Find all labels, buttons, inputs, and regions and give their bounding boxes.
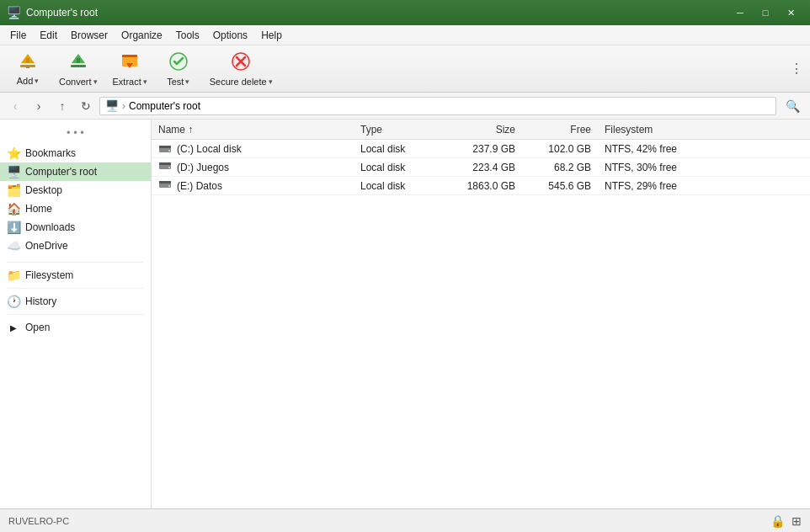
col-filesystem[interactable]: Filesystem	[598, 122, 716, 137]
test-label: Test ▾	[167, 77, 189, 87]
history-icon: 🕐	[7, 295, 20, 308]
filelist: Name ↑ Type Size Free Filesystem (C:) Lo…	[152, 120, 810, 508]
col-name[interactable]: Name ↑	[152, 122, 354, 137]
convert-button[interactable]: Convert ▾	[52, 49, 104, 89]
menu-file[interactable]: File	[3, 28, 33, 43]
add-caret: ▾	[35, 77, 39, 85]
nav-back-button[interactable]: ‹	[5, 96, 25, 116]
nav-forward-button[interactable]: ›	[29, 96, 49, 116]
col-free[interactable]: Free	[522, 122, 598, 137]
sidebar-item-computer-root[interactable]: 🖥️ Computer's root	[0, 162, 151, 181]
svg-rect-21	[159, 181, 171, 184]
svg-point-19	[168, 167, 170, 168]
menu-options[interactable]: Options	[206, 28, 254, 43]
test-button[interactable]: Test ▾	[156, 49, 201, 89]
bookmarks-section: ⭐ Bookmarks 🖥️ Computer's root 🗂️ Deskto…	[0, 141, 151, 258]
toolbar: Add ▾ Convert ▾ Extract ▾	[0, 45, 810, 93]
onedrive-icon: ☁️	[7, 239, 20, 253]
grid-view-icon[interactable]: ⊞	[791, 514, 802, 528]
svg-rect-6	[71, 65, 86, 67]
menu-tools[interactable]: Tools	[169, 28, 206, 43]
file-fs: NTFS, 42% free	[598, 141, 716, 157]
status-right-area: 🔒 ⊞	[770, 514, 802, 528]
drive-icon	[158, 142, 172, 156]
test-caret: ▾	[185, 77, 189, 86]
sidebar-separator-1	[7, 262, 144, 263]
file-free: 68.2 GB	[522, 160, 598, 175]
svg-rect-8	[122, 55, 137, 57]
file-free: 102.0 GB	[522, 141, 598, 157]
convert-label: Convert ▾	[59, 77, 98, 87]
secure-delete-button[interactable]: Secure delete ▾	[203, 49, 280, 89]
extract-caret: ▾	[143, 77, 147, 86]
menu-edit[interactable]: Edit	[33, 28, 64, 43]
sidebar-item-filesystem[interactable]: 📁 Filesystem	[0, 266, 151, 285]
addressbar: ‹ › ↑ ↻ 🖥️ › Computer's root 🔍	[0, 93, 810, 120]
bookmarks-icon: ⭐	[7, 146, 20, 160]
file-size: 223.4 GB	[438, 160, 522, 175]
main-area: • • • ⭐ Bookmarks 🖥️ Computer's root 🗂️ …	[0, 120, 810, 508]
file-fs: NTFS, 29% free	[598, 178, 716, 194]
toolbar-more-button[interactable]: ⋮	[788, 49, 805, 89]
add-icon	[18, 51, 38, 74]
file-name: (C:) Local disk	[152, 141, 354, 157]
extract-button[interactable]: Extract ▾	[106, 49, 154, 89]
sidebar-item-onedrive[interactable]: ☁️ OneDrive	[0, 237, 151, 255]
file-size: 1863.0 GB	[438, 178, 522, 194]
menu-help[interactable]: Help	[254, 28, 289, 43]
status-computer-name: RUVELRO-PC	[8, 516, 69, 526]
sidebar-item-home[interactable]: 🏠 Home	[0, 200, 151, 218]
drive-icon	[158, 159, 172, 175]
convert-icon	[68, 51, 88, 75]
desktop-icon: 🗂️	[7, 184, 20, 197]
home-icon: 🏠	[7, 202, 20, 215]
svg-rect-3	[26, 66, 29, 68]
sidebar: • • • ⭐ Bookmarks 🖥️ Computer's root 🗂️ …	[0, 120, 152, 508]
maximize-button[interactable]: □	[753, 0, 778, 25]
drive-icon	[158, 178, 172, 194]
file-fs: NTFS, 30% free	[598, 160, 716, 175]
file-free: 545.6 GB	[522, 178, 598, 194]
svg-point-22	[168, 185, 170, 187]
nav-refresh-button[interactable]: ↻	[76, 96, 96, 116]
close-button[interactable]: ✕	[778, 0, 803, 25]
title-icon: 🖥️	[7, 6, 21, 19]
titlebar: 🖥️ Computer's root ─ □ ✕	[0, 0, 810, 25]
sidebar-separator-2	[7, 288, 144, 289]
menubar: File Edit Browser Organize Tools Options…	[0, 25, 810, 45]
search-button[interactable]: 🔍	[780, 96, 805, 116]
table-row[interactable]: (C:) Local disk Local disk 237.9 GB 102.…	[152, 140, 810, 158]
window-controls: ─ □ ✕	[727, 0, 803, 25]
sidebar-item-downloads[interactable]: ⬇️ Downloads	[0, 218, 151, 237]
col-size[interactable]: Size	[438, 122, 522, 137]
svg-rect-18	[159, 162, 171, 165]
menu-organize[interactable]: Organize	[115, 28, 169, 43]
add-button[interactable]: Add ▾	[5, 49, 51, 89]
bookmarks-label: Bookmarks	[25, 147, 76, 159]
convert-caret: ▾	[93, 77, 98, 86]
extract-icon	[120, 51, 140, 75]
sidebar-item-open[interactable]: ▶ Open	[0, 318, 151, 337]
sidebar-more-button[interactable]: • • •	[0, 125, 151, 141]
open-icon: ▶	[7, 321, 20, 334]
lock-icon[interactable]: 🔒	[770, 514, 785, 528]
address-path[interactable]: 🖥️ › Computer's root	[99, 97, 776, 115]
svg-rect-15	[159, 146, 171, 148]
path-icon: 🖥️	[105, 99, 119, 112]
col-type[interactable]: Type	[354, 122, 438, 137]
sidebar-item-desktop[interactable]: 🗂️ Desktop	[0, 181, 151, 200]
file-type: Local disk	[354, 141, 438, 157]
computer-root-icon: 🖥️	[7, 165, 20, 178]
test-icon	[168, 51, 189, 75]
minimize-button[interactable]: ─	[727, 0, 753, 25]
sidebar-separator-3	[7, 314, 144, 315]
sidebar-item-history[interactable]: 🕐 History	[0, 292, 151, 311]
svg-rect-2	[26, 58, 29, 63]
statusbar: RUVELRO-PC 🔒 ⊞	[0, 508, 810, 532]
path-sep: ›	[122, 100, 125, 112]
table-row[interactable]: (D:) Juegos Local disk 223.4 GB 68.2 GB …	[152, 158, 810, 177]
menu-browser[interactable]: Browser	[64, 28, 115, 43]
nav-up-button[interactable]: ↑	[52, 96, 72, 116]
table-row[interactable]: (E:) Datos Local disk 1863.0 GB 545.6 GB…	[152, 177, 810, 195]
file-size: 237.9 GB	[438, 141, 522, 157]
